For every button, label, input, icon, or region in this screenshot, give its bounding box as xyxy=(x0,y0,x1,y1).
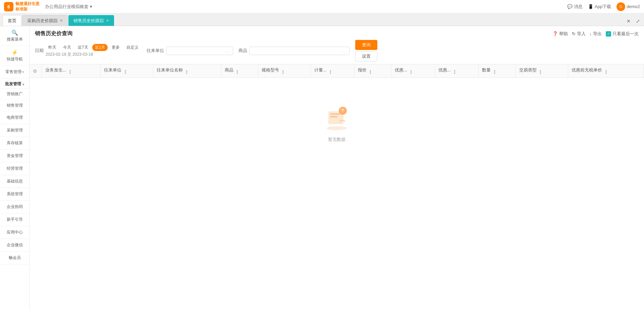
sidebar-item-enterprise-wechat[interactable]: 企业微信 xyxy=(0,239,29,252)
help-button[interactable]: ❓ 帮助 xyxy=(552,31,568,37)
chevron-up-icon: ▴ xyxy=(22,82,24,86)
date-opt-today[interactable]: 今天 xyxy=(60,44,74,51)
sidebar-item-search-menu[interactable]: 🔍 搜索菜单 xyxy=(0,26,29,46)
content-area: 销售历史价查询 ❓ 帮助 ↻ 导入 ↓ 导出 ✓ xyxy=(30,26,644,310)
only-last-once-toggle[interactable]: ✓ 只看最后一次 xyxy=(606,31,639,37)
from-unit-input[interactable]: ... xyxy=(166,47,233,55)
th-quote[interactable]: 报价 ▲▼ xyxy=(354,64,391,78)
only-last-checkbox: ✓ xyxy=(606,31,611,37)
sidebar-item-wholesale-mgmt[interactable]: 批发管理 ▴ xyxy=(0,79,29,89)
avatar: D xyxy=(616,2,625,11)
sidebar-item-sales-mgmt[interactable]: 销售管理 xyxy=(0,100,29,111)
message-icon: 💬 xyxy=(567,4,573,9)
sidebar-item-new-guide[interactable]: 新手引导 xyxy=(0,213,29,226)
th-biz-date[interactable]: 业务发生... ▲▼ xyxy=(42,64,101,78)
sort-icon: ▲▼ xyxy=(605,69,607,75)
import-icon: ↻ xyxy=(572,31,576,36)
th-spec[interactable]: 规格型号 ▲▼ xyxy=(258,64,311,78)
empty-text: 暂无数据 xyxy=(328,137,345,143)
query-button[interactable]: 查询 xyxy=(355,40,377,50)
search-menu-icon: 🔍 xyxy=(11,30,18,36)
data-table: ⚙ 业务发生... ▲▼ 往来单位 ▲▼ 往来单位名称 ▲▼ xyxy=(30,64,644,78)
date-opt-last7days[interactable]: 近7天 xyxy=(75,44,91,51)
tab-controls: ✕ ⤢ xyxy=(625,18,641,26)
page-header: 销售历史价查询 ❓ 帮助 ↻ 导入 ↓ 导出 ✓ xyxy=(30,26,644,64)
table-settings-icon[interactable]: ⚙ xyxy=(33,68,37,74)
app-download-button[interactable]: 📱 App下载 xyxy=(588,4,611,10)
sidebar-item-label: 资金管理 xyxy=(7,153,23,159)
sidebar-item-basic-info[interactable]: 基础信息 xyxy=(0,175,29,188)
th-unit[interactable]: 计量... ▲▼ xyxy=(311,64,354,78)
sidebar-item-member[interactable]: 畅会员 xyxy=(0,252,29,264)
svg-rect-2 xyxy=(330,113,340,115)
sidebar-item-label: 基础信息 xyxy=(7,178,23,184)
th-from-unit-name[interactable]: 往来单位名称 ▲▼ xyxy=(153,64,221,78)
sidebar-item-label: 畅会员 xyxy=(9,255,21,261)
product-label: 商品 xyxy=(238,48,247,54)
empty-illustration: ? xyxy=(323,105,350,133)
sidebar-item-label: 经营管理 xyxy=(7,166,23,171)
sidebar-item-inventory[interactable]: 库存核算 xyxy=(0,137,29,150)
import-button[interactable]: ↻ 导入 xyxy=(572,31,586,37)
sidebar-item-label: 企业微信 xyxy=(7,242,23,248)
th-trade-type[interactable]: 交易类型 ▲▼ xyxy=(516,64,568,78)
export-icon: ↓ xyxy=(590,31,592,36)
sort-icon: ▲▼ xyxy=(185,69,188,75)
sort-icon: ▲▼ xyxy=(69,69,71,75)
sidebar-item-purchase-mgmt[interactable]: 采购管理 xyxy=(0,124,29,137)
tab-home[interactable]: 首页 xyxy=(3,15,21,26)
settings-button[interactable]: 设置 xyxy=(355,51,377,61)
th-product[interactable]: 商品 ▲▼ xyxy=(221,64,258,78)
expand-window-button[interactable]: ⤢ xyxy=(635,18,641,24)
export-button[interactable]: ↓ 导出 xyxy=(590,31,602,37)
th-settings: ⚙ xyxy=(30,64,42,78)
close-window-button[interactable]: ✕ xyxy=(625,18,632,24)
top-bar-left: 6 畅捷通好生意 标准版 办公用品行业模拟账套 ▾ xyxy=(4,1,95,12)
message-button[interactable]: 💬 消息 xyxy=(567,4,583,10)
sidebar-item-label: 库存核算 xyxy=(7,140,23,146)
sidebar-item-label: 采购管理 xyxy=(7,127,23,133)
sidebar-item-ops-mgmt[interactable]: 经营管理 xyxy=(0,162,29,175)
sidebar-item-quick-nav[interactable]: ⚡ 快捷导航 xyxy=(0,46,29,66)
logo-area: 6 畅捷通好生意 标准版 xyxy=(4,1,40,12)
filter-bar: 日期 昨天 今天 近7天 近1月 更多 自定义 2023-02-18 至 202… xyxy=(35,40,639,61)
sales-history-tab-label: 销售历史价跟踪 xyxy=(73,18,104,24)
th-discount2[interactable]: 优惠... ▲▼ xyxy=(435,64,479,78)
sidebar-item-finance-mgmt[interactable]: 资金管理 xyxy=(0,150,29,162)
tab-purchase-history[interactable]: 采购历史价跟踪 ✕ xyxy=(22,15,68,26)
app-selector[interactable]: 办公用品行业模拟账套 ▾ xyxy=(42,4,95,10)
th-pre-tax-price[interactable]: 优惠前无税单价 ▲▼ xyxy=(568,64,644,78)
tab-sales-history[interactable]: 销售历史价跟踪 ✕ xyxy=(68,15,114,26)
date-opt-last1month[interactable]: 近1月 xyxy=(92,44,108,51)
date-opt-more[interactable]: 更多 xyxy=(109,44,122,51)
sidebar-item-label: 系统管理 xyxy=(7,191,23,197)
sidebar-item-label: 新手引导 xyxy=(7,217,23,222)
table-container: ⚙ 业务发生... ▲▼ 往来单位 ▲▼ 往来单位名称 ▲▼ xyxy=(30,64,644,310)
tab-bar: 首页 采购历史价跟踪 ✕ 销售历史价跟踪 ✕ ✕ ⤢ xyxy=(0,13,644,26)
top-bar-right: 💬 消息 📱 App下载 D demo2 xyxy=(567,2,640,11)
purchase-history-tab-close[interactable]: ✕ xyxy=(60,18,63,23)
quick-nav-icon: ⚡ xyxy=(11,49,18,56)
sidebar-item-enterprise-collab[interactable]: 企业协同 xyxy=(0,201,29,213)
th-quantity[interactable]: 数量 ▲▼ xyxy=(479,64,516,78)
sidebar-item-system-mgmt[interactable]: 系统管理 xyxy=(0,188,29,201)
th-discount1[interactable]: 优惠... ▲▼ xyxy=(391,64,435,78)
from-unit-dots: ... xyxy=(225,48,230,53)
sales-history-tab-close[interactable]: ✕ xyxy=(106,18,109,23)
page-actions: ❓ 帮助 ↻ 导入 ↓ 导出 ✓ 只看最后一次 xyxy=(552,31,639,37)
user-menu[interactable]: D demo2 xyxy=(616,2,640,11)
date-filter-group: 日期 昨天 今天 近7天 近1月 更多 自定义 2023-02-18 至 202… xyxy=(35,44,141,57)
date-options-col: 昨天 今天 近7天 近1月 更多 自定义 2023-02-18 至 2023-0… xyxy=(46,44,141,57)
date-opt-yesterday[interactable]: 昨天 xyxy=(46,44,59,51)
sidebar-item-app-center[interactable]: 应用中心 xyxy=(0,226,29,239)
date-opt-custom[interactable]: 自定义 xyxy=(124,44,141,51)
svg-point-0 xyxy=(327,126,347,130)
sidebar-item-retail-mgmt[interactable]: 零售管理 ▾ xyxy=(0,66,29,79)
date-range-display: 2023-02-18 至 2023-03-18 xyxy=(46,52,141,57)
product-input[interactable]: ... xyxy=(249,47,350,55)
sidebar-item-ecommerce-mgmt[interactable]: 电商管理 xyxy=(0,111,29,124)
from-unit-filter-group: 往来单位 ... xyxy=(147,47,233,55)
sidebar-item-marketing[interactable]: 营销推广 xyxy=(0,89,29,100)
sidebar-item-label: 电商管理 xyxy=(7,115,23,120)
th-from-unit[interactable]: 往来单位 ▲▼ xyxy=(101,64,153,78)
